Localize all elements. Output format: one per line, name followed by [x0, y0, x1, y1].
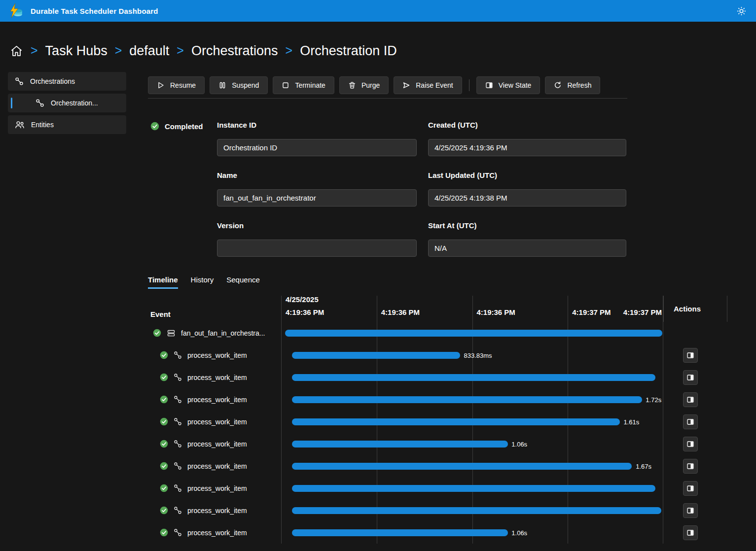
actions-cell: [663, 481, 727, 496]
sidebar-item-label: Entities: [31, 121, 54, 129]
event-cell: process_work_item: [148, 506, 281, 515]
breadcrumb-separator: >: [177, 43, 184, 58]
raise-event-button[interactable]: Raise Event: [394, 76, 462, 94]
field-label: Version: [217, 221, 417, 230]
event-name: process_work_item: [187, 374, 247, 381]
topbar: Durable Task Scheduler Dashboard: [0, 0, 756, 22]
event-cell: process_work_item: [148, 395, 281, 404]
resume-button[interactable]: Resume: [148, 76, 205, 94]
field-label: Start At (UTC): [428, 221, 626, 230]
button-label: Suspend: [232, 81, 259, 89]
view-state-button[interactable]: [683, 459, 698, 474]
timeline-chart-cell: 1.06s: [281, 433, 663, 455]
breadcrumb-orchestration-id: Orchestration ID: [300, 43, 397, 59]
event-name: process_work_item: [187, 507, 247, 515]
timeline-bar[interactable]: [285, 330, 663, 337]
field-label: Last Updated (UTC): [428, 171, 626, 179]
actions-cell: [663, 437, 727, 451]
version-input[interactable]: [217, 240, 417, 257]
view-state-button[interactable]: [683, 503, 698, 518]
home-icon[interactable]: [10, 44, 23, 58]
activity-icon: [174, 528, 182, 537]
entities-people-icon: [15, 120, 25, 129]
event-cell: process_work_item: [148, 528, 281, 537]
main-layout: Orchestrations Orchestration... Entities: [0, 63, 756, 544]
breadcrumb-default[interactable]: default: [129, 43, 169, 59]
view-state-button[interactable]: [683, 392, 698, 407]
timeline-chart-cell: 1.61s: [281, 411, 663, 433]
timeline-bar[interactable]: [292, 529, 508, 536]
completed-status-icon: [160, 484, 168, 492]
view-state-button[interactable]: [683, 370, 698, 385]
actions-cell: [663, 414, 727, 429]
start-at-field: Start At (UTC): [428, 221, 626, 257]
event-cell: process_work_item: [148, 351, 281, 359]
event-cell: process_work_item: [148, 484, 281, 492]
sidebar-item-entities[interactable]: Entities: [8, 115, 126, 134]
time-tick: 4:19:36 PM: [477, 306, 515, 319]
timeline-chart-cell: [281, 477, 663, 499]
completed-status-icon: [160, 395, 168, 404]
view-state-button[interactable]: [683, 525, 698, 540]
actions-cell: [663, 525, 727, 540]
timeline-bar[interactable]: [292, 352, 460, 359]
sidebar-item-orchestrations[interactable]: Orchestrations: [8, 72, 126, 91]
breadcrumb-separator: >: [115, 43, 122, 58]
completed-status-icon: [160, 440, 168, 448]
start-at-input[interactable]: [428, 240, 626, 257]
status-badge: Completed: [150, 122, 203, 131]
timeline-chart-cell: 1.72s: [281, 388, 663, 411]
breadcrumb-orchestrations[interactable]: Orchestrations: [191, 43, 278, 59]
completed-status-icon: [160, 373, 168, 381]
terminate-button[interactable]: Terminate: [273, 76, 334, 94]
completed-status-icon: [160, 462, 168, 470]
name-input[interactable]: [217, 189, 417, 207]
button-label: View State: [499, 81, 532, 89]
breadcrumb-task-hubs[interactable]: Task Hubs: [45, 43, 108, 59]
sidebar: Orchestrations Orchestration... Entities: [8, 72, 126, 544]
last-updated-input[interactable]: [428, 189, 626, 207]
timeline-bar[interactable]: [292, 441, 508, 448]
duration-label: 1.06s: [511, 440, 527, 448]
purge-button[interactable]: Purge: [339, 76, 389, 94]
timeline-bar[interactable]: [292, 374, 656, 381]
time-tick: 4:19:36 PM: [381, 306, 420, 319]
created-input[interactable]: [428, 139, 626, 156]
view-state-button[interactable]: View State: [476, 76, 540, 94]
activity-icon: [174, 506, 182, 515]
suspend-button[interactable]: Suspend: [210, 76, 268, 94]
timeline-chart-cell: [281, 366, 663, 388]
timeline-bar[interactable]: [292, 396, 642, 403]
timeline-bar[interactable]: [292, 485, 656, 492]
activity-icon: [174, 417, 182, 426]
view-state-button[interactable]: [683, 437, 698, 451]
timeline-bar[interactable]: [292, 418, 620, 425]
button-label: Refresh: [567, 81, 591, 89]
settings-gear-icon[interactable]: [734, 4, 748, 18]
name-field: Name: [217, 171, 417, 207]
instance-id-input[interactable]: [217, 139, 417, 156]
timeline-bar[interactable]: [292, 507, 661, 514]
timeline-bar[interactable]: [292, 463, 632, 470]
app-title: Durable Task Scheduler Dashboard: [31, 7, 158, 15]
refresh-button[interactable]: Refresh: [545, 76, 600, 94]
duration-label: 833.83ms: [464, 351, 492, 359]
status-label: Completed: [165, 122, 203, 131]
timeline-row: process_work_item: [148, 366, 727, 388]
actions-cell: [663, 459, 727, 474]
actions-cell: [663, 503, 727, 518]
view-state-button[interactable]: [683, 481, 698, 496]
tab-timeline[interactable]: Timeline: [148, 276, 178, 289]
view-state-button[interactable]: [683, 414, 698, 429]
tab-history[interactable]: History: [191, 276, 214, 289]
completed-status-icon: [160, 528, 168, 537]
tick-time: 4:19:36 PM: [286, 306, 324, 319]
actions-cell: [663, 348, 727, 363]
duration-label: 1.06s: [511, 529, 527, 536]
tab-sequence[interactable]: Sequence: [226, 276, 260, 289]
sidebar-item-orchestration-detail[interactable]: Orchestration...: [8, 94, 126, 112]
button-label: Terminate: [295, 81, 325, 89]
selected-indicator: [11, 98, 12, 108]
tick-time: 4:19:37 PM: [572, 306, 611, 319]
view-state-button[interactable]: [683, 348, 698, 363]
